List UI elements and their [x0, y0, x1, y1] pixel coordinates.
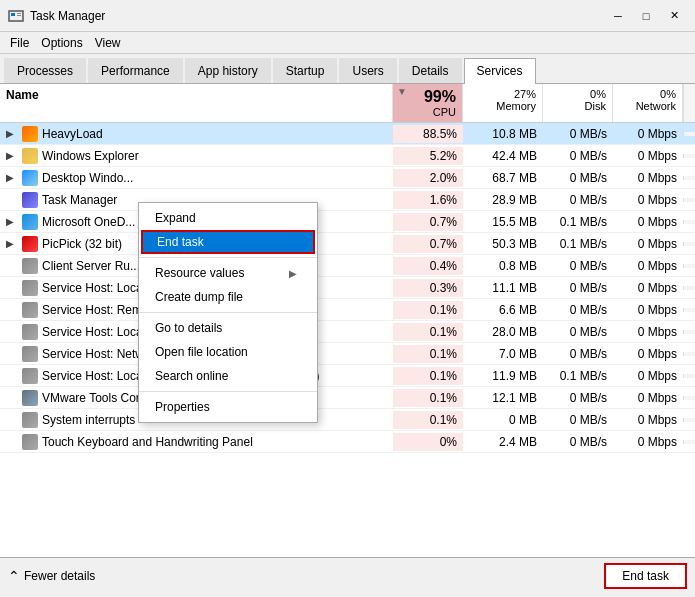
process-name-label: Client Server Ru... [42, 259, 140, 273]
table-row[interactable]: ▶ Windows Explorer 5.2% 42.4 MB 0 MB/s 0… [0, 145, 695, 167]
row-scrollbar-spacer [683, 286, 695, 290]
network-value: 0 Mbps [613, 345, 683, 363]
tab-performance[interactable]: Performance [88, 58, 183, 83]
memory-value: 11.9 MB [463, 367, 543, 385]
cpu-pct-value: 99% [399, 88, 456, 106]
maximize-button[interactable]: □ [633, 6, 659, 26]
disk-value: 0 MB/s [543, 147, 613, 165]
cpu-value: 0.1% [393, 389, 463, 407]
row-scrollbar-spacer [683, 374, 695, 378]
process-name-cell: ▶ HeavyLoad [0, 124, 393, 144]
mem-label: Memory [496, 100, 536, 112]
col-header-memory[interactable]: 27% Memory [463, 84, 543, 122]
table-row[interactable]: Service Host: Remote Procedure Call (2) … [0, 299, 695, 321]
context-menu-item[interactable]: Open file location [139, 340, 317, 364]
network-value: 0 Mbps [613, 257, 683, 275]
col-header-cpu[interactable]: ▼ 99% CPU [393, 84, 463, 122]
table-row[interactable]: System interrupts 0.1% 0 MB 0 MB/s 0 Mbp… [0, 409, 695, 431]
cpu-value: 0.1% [393, 301, 463, 319]
table-row[interactable]: ▶ Microsoft OneD... 0.7% 15.5 MB 0.1 MB/… [0, 211, 695, 233]
col-header-network[interactable]: 0% Network [613, 84, 683, 122]
memory-value: 42.4 MB [463, 147, 543, 165]
process-name-label: Desktop Windo... [42, 171, 133, 185]
memory-value: 10.8 MB [463, 125, 543, 143]
network-value: 0 Mbps [613, 389, 683, 407]
title-bar: Task Manager ─ □ ✕ [0, 0, 695, 32]
context-menu-item[interactable]: Properties [139, 395, 317, 419]
memory-value: 7.0 MB [463, 345, 543, 363]
app-icon [8, 8, 24, 24]
network-value: 0 Mbps [613, 433, 683, 451]
table-row[interactable]: Service Host: Local Service (No Network)… [0, 277, 695, 299]
table-row[interactable]: Service Host: Local Service (Network Res… [0, 365, 695, 387]
network-value: 0 Mbps [613, 411, 683, 429]
memory-value: 2.4 MB [463, 433, 543, 451]
col-header-disk[interactable]: 0% Disk [543, 84, 613, 122]
menu-file[interactable]: File [4, 34, 35, 52]
context-menu-separator [139, 257, 317, 258]
process-name-cell: ▶ Desktop Windo... [0, 168, 393, 188]
cpu-value: 2.0% [393, 169, 463, 187]
tab-startup[interactable]: Startup [273, 58, 338, 83]
close-button[interactable]: ✕ [661, 6, 687, 26]
tab-details[interactable]: Details [399, 58, 462, 83]
disk-value: 0.1 MB/s [543, 213, 613, 231]
memory-value: 15.5 MB [463, 213, 543, 231]
submenu-arrow-icon: ▶ [289, 268, 297, 279]
process-name-cell: ▶ Windows Explorer [0, 146, 393, 166]
memory-value: 0.8 MB [463, 257, 543, 275]
table-row[interactable]: ▶ Desktop Windo... 2.0% 68.7 MB 0 MB/s 0… [0, 167, 695, 189]
process-icon [22, 170, 38, 186]
process-icon [22, 368, 38, 384]
cpu-value: 0% [393, 433, 463, 451]
minimize-button[interactable]: ─ [605, 6, 631, 26]
cpu-value: 5.2% [393, 147, 463, 165]
table-row[interactable]: ▶ PicPick (32 bit) 0.7% 50.3 MB 0.1 MB/s… [0, 233, 695, 255]
context-menu-item[interactable]: Create dump file [139, 285, 317, 309]
menu-options[interactable]: Options [35, 34, 88, 52]
process-table[interactable]: Name ▼ 99% CPU 27% Memory 0% Disk 0% Net… [0, 84, 695, 557]
process-name-label: Touch Keyboard and Handwriting Panel [42, 435, 253, 449]
menu-view[interactable]: View [89, 34, 127, 52]
network-value: 0 Mbps [613, 213, 683, 231]
process-name-label: System interrupts [42, 413, 135, 427]
tab-users[interactable]: Users [339, 58, 396, 83]
end-task-button[interactable]: End task [604, 563, 687, 589]
context-menu-item[interactable]: End task [141, 230, 315, 254]
memory-value: 28.0 MB [463, 323, 543, 341]
table-row[interactable]: ▶ HeavyLoad 88.5% 10.8 MB 0 MB/s 0 Mbps [0, 123, 695, 145]
table-row[interactable]: Touch Keyboard and Handwriting Panel 0% … [0, 431, 695, 453]
table-row[interactable]: VMware Tools Core Service 0.1% 12.1 MB 0… [0, 387, 695, 409]
disk-value: 0 MB/s [543, 279, 613, 297]
tab-app-history[interactable]: App history [185, 58, 271, 83]
process-name-label: Windows Explorer [42, 149, 139, 163]
process-rows-container: ▶ HeavyLoad 88.5% 10.8 MB 0 MB/s 0 Mbps … [0, 123, 695, 453]
svg-rect-2 [17, 13, 21, 14]
tab-processes[interactable]: Processes [4, 58, 86, 83]
row-scrollbar-spacer [683, 330, 695, 334]
context-menu-item[interactable]: Go to details [139, 316, 317, 340]
table-row[interactable]: Service Host: Network Service (5) 0.1% 7… [0, 343, 695, 365]
memory-value: 50.3 MB [463, 235, 543, 253]
context-menu-item[interactable]: Resource values▶ [139, 261, 317, 285]
context-menu: ExpandEnd taskResource values▶Create dum… [138, 202, 318, 423]
table-row[interactable]: Service Host: Local System (18) 0.1% 28.… [0, 321, 695, 343]
table-row[interactable]: Client Server Ru... 0.4% 0.8 MB 0 MB/s 0… [0, 255, 695, 277]
network-value: 0 Mbps [613, 169, 683, 187]
row-scrollbar-spacer [683, 418, 695, 422]
context-menu-item[interactable]: Expand [139, 206, 317, 230]
process-name-label: HeavyLoad [42, 127, 103, 141]
context-menu-item[interactable]: Search online [139, 364, 317, 388]
process-icon [22, 434, 38, 450]
disk-value: 0.1 MB/s [543, 367, 613, 385]
process-icon [22, 302, 38, 318]
row-scrollbar-spacer [683, 242, 695, 246]
network-value: 0 Mbps [613, 279, 683, 297]
disk-value: 0.1 MB/s [543, 235, 613, 253]
col-header-name[interactable]: Name [0, 84, 393, 122]
expand-icon: ▶ [6, 238, 18, 249]
tab-services[interactable]: Services [464, 58, 536, 84]
main-area: Name ▼ 99% CPU 27% Memory 0% Disk 0% Net… [0, 84, 695, 557]
table-row[interactable]: Task Manager 1.6% 28.9 MB 0 MB/s 0 Mbps [0, 189, 695, 211]
fewer-details-button[interactable]: ⌃ Fewer details [8, 568, 95, 584]
